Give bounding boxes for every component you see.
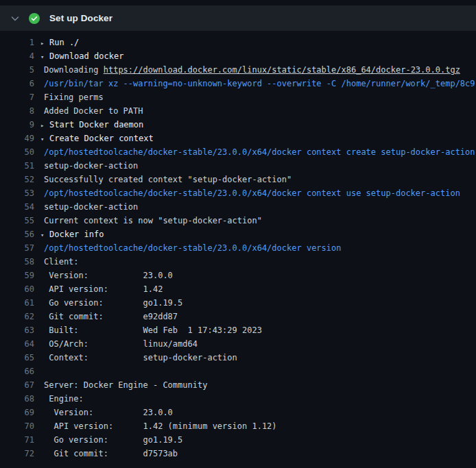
line-number-link[interactable]: 57 (0, 241, 34, 255)
command-text: /usr/bin/tar xz --warning=no-unknown-key… (44, 79, 475, 88)
step-title: Set up Docker (49, 13, 112, 23)
line-content: Go version: go1.19.5 (40, 433, 182, 447)
line-content (40, 365, 44, 378)
line-content: setup-docker-action (40, 200, 138, 214)
log-line: 51setup-docker-action (0, 159, 476, 173)
log-text: setup-docker-action (44, 161, 138, 171)
line-number-link[interactable]: 8 (0, 104, 34, 118)
log-line[interactable]: 49▾Create Docker context (0, 132, 476, 145)
line-number-link[interactable]: 50 (0, 145, 34, 159)
line-number-link[interactable]: 7 (0, 90, 34, 104)
group-title: Start Docker daemon (49, 120, 143, 130)
log-line: 62 Git commit: e92dd87 (0, 310, 476, 323)
line-content: /usr/bin/tar xz --warning=no-unknown-key… (40, 77, 475, 90)
line-content: API version: 1.42 (40, 282, 163, 296)
log-line: 52Successfully created context "setup-do… (0, 173, 476, 186)
expand-group-icon[interactable]: ▸ (40, 36, 49, 50)
log-text: Version: 23.0.0 (44, 271, 173, 280)
command-text: /opt/hostedtoolcache/docker-stable/23.0.… (44, 188, 460, 198)
command-text: /opt/hostedtoolcache/docker-stable/23.0.… (44, 243, 341, 253)
line-number-link[interactable]: 61 (0, 296, 34, 310)
log-text: Version: 23.0.0 (44, 408, 173, 417)
line-content: Version: 23.0.0 (40, 269, 173, 282)
line-number-link[interactable]: 1 (0, 36, 34, 49)
line-number-link[interactable]: 54 (0, 200, 34, 214)
line-number-link[interactable]: 71 (0, 433, 34, 447)
success-check-icon (29, 13, 40, 24)
log-line: 68 Engine: (0, 392, 476, 406)
line-content: Version: 23.0.0 (40, 406, 173, 419)
group-title: Download docker (49, 51, 123, 61)
log-line: 64 OS/Arch: linux/amd64 (0, 337, 476, 351)
line-number-link[interactable]: 59 (0, 269, 34, 282)
line-number-link[interactable]: 56 (0, 227, 34, 241)
line-number-link[interactable]: 4 (0, 49, 34, 63)
line-number-link[interactable]: 67 (0, 378, 34, 392)
log-line: 58Client: (0, 255, 476, 269)
line-number-link[interactable]: 60 (0, 282, 34, 296)
line-number-link[interactable]: 53 (0, 186, 34, 200)
group-title: Run ./ (49, 38, 79, 47)
line-number-link[interactable]: 58 (0, 255, 34, 269)
log-line[interactable]: 1▸Run ./ (0, 36, 476, 49)
log-line: 63 Built: Wed Feb 1 17:43:29 2023 (0, 323, 476, 337)
log-line: 69 Version: 23.0.0 (0, 406, 476, 419)
log-line[interactable]: 9▸Start Docker daemon (0, 118, 476, 132)
line-number-link[interactable]: 9 (0, 118, 34, 132)
line-content: ▸Run ./ (40, 36, 79, 49)
group-title: Create Docker context (49, 134, 154, 143)
line-number-link[interactable]: 69 (0, 406, 34, 419)
line-number-link[interactable]: 70 (0, 419, 34, 433)
line-number-link[interactable]: 5 (0, 63, 34, 77)
line-number-link[interactable]: 49 (0, 132, 34, 145)
line-content: API version: 1.42 (minimum version 1.12) (40, 419, 277, 433)
log-text: API version: 1.42 (minimum version 1.12) (44, 421, 277, 431)
group-title: Docker info (49, 230, 104, 239)
log-line: 7Fixing perms (0, 90, 476, 104)
line-number-link[interactable]: 51 (0, 159, 34, 173)
log-text: Git commit: d7573ab (44, 449, 178, 458)
line-content: Downloading https://download.docker.com/… (40, 63, 460, 77)
chevron-down-icon[interactable] (10, 13, 21, 24)
log-line[interactable]: 4▾Download docker (0, 49, 476, 63)
line-number-link[interactable]: 62 (0, 310, 34, 323)
log-text: Go version: go1.19.5 (44, 298, 182, 308)
collapse-group-icon[interactable]: ▾ (40, 132, 49, 146)
line-number-link[interactable]: 64 (0, 337, 34, 351)
log-line[interactable]: 56▾Docker info (0, 227, 476, 241)
line-number-link[interactable]: 52 (0, 173, 34, 186)
log-line: 54setup-docker-action (0, 200, 476, 214)
log-text: Built: Wed Feb 1 17:43:29 2023 (44, 325, 262, 335)
log-line: 65 Context: setup-docker-action (0, 351, 476, 365)
log-text: Client: (44, 257, 79, 267)
log-lines: 1▸Run ./4▾Download docker5Downloading ht… (0, 31, 476, 460)
line-content: Successfully created context "setup-dock… (40, 173, 291, 186)
line-content: /opt/hostedtoolcache/docker-stable/23.0.… (40, 145, 475, 159)
log-line: 5Downloading https://download.docker.com… (0, 63, 476, 77)
line-content: Built: Wed Feb 1 17:43:29 2023 (40, 323, 262, 337)
log-text: Successfully created context "setup-dock… (44, 175, 291, 184)
log-line: 53/opt/hostedtoolcache/docker-stable/23.… (0, 186, 476, 200)
log-line: 50/opt/hostedtoolcache/docker-stable/23.… (0, 145, 476, 159)
line-number-link[interactable]: 65 (0, 351, 34, 365)
line-content: ▾Docker info (40, 227, 104, 241)
collapse-group-icon[interactable]: ▾ (40, 228, 49, 242)
download-url-link[interactable]: https://download.docker.com/linux/static… (104, 65, 460, 75)
line-content: /opt/hostedtoolcache/docker-stable/23.0.… (40, 186, 460, 200)
line-number-link[interactable]: 72 (0, 447, 34, 460)
line-content: Git commit: d7573ab (40, 447, 178, 460)
log-text: Fixing perms (44, 93, 104, 102)
log-text: Current context is now "setup-docker-act… (44, 216, 262, 225)
log-text: Server: Docker Engine - Community (44, 380, 207, 390)
collapse-group-icon[interactable]: ▾ (40, 50, 49, 64)
expand-group-icon[interactable]: ▸ (40, 119, 49, 132)
log-text: Context: setup-docker-action (44, 353, 237, 362)
line-number-link[interactable]: 68 (0, 392, 34, 406)
log-text: Downloading (44, 65, 104, 75)
line-number-link[interactable]: 6 (0, 77, 34, 90)
line-number-link[interactable]: 55 (0, 214, 34, 227)
line-content: setup-docker-action (40, 159, 138, 173)
step-header[interactable]: Set up Docker (0, 5, 476, 31)
line-number-link[interactable]: 66 (0, 365, 34, 378)
line-number-link[interactable]: 63 (0, 323, 34, 337)
